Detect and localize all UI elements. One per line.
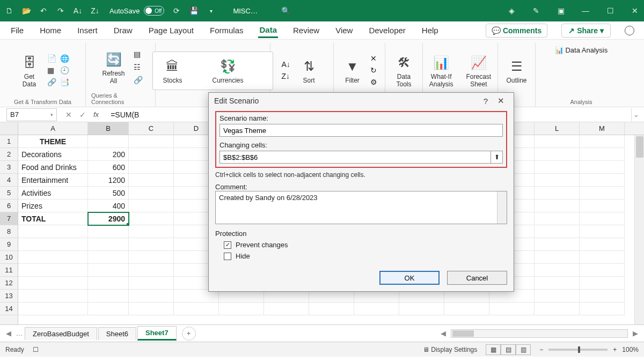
cell[interactable] xyxy=(535,174,580,187)
diamond-icon[interactable]: ◈ xyxy=(507,6,516,16)
cell[interactable]: 200 xyxy=(88,148,129,161)
save-icon[interactable]: 💾 xyxy=(189,6,199,16)
cancel-button[interactable]: Cancel xyxy=(447,271,507,285)
row-header[interactable]: 11 xyxy=(0,264,18,277)
zoom-slider[interactable] xyxy=(548,349,608,351)
cell[interactable] xyxy=(129,135,174,148)
data-analysis-button[interactable]: 📊 Data Analysis xyxy=(555,46,608,54)
cell[interactable] xyxy=(129,225,174,238)
cell[interactable] xyxy=(535,161,580,174)
cell[interactable] xyxy=(535,225,580,238)
cell[interactable]: 1200 xyxy=(88,174,129,187)
cell[interactable] xyxy=(129,200,174,212)
row-header[interactable]: 9 xyxy=(0,238,18,251)
cell[interactable]: Food and Drinks xyxy=(18,161,88,174)
view-normal-icon[interactable]: ▦ xyxy=(486,344,501,355)
cell[interactable] xyxy=(489,302,535,315)
col-header[interactable]: M xyxy=(580,122,625,135)
comment-input[interactable]: Created by Sandy on 6/28/2023 xyxy=(215,191,507,224)
cell[interactable]: Entertainment xyxy=(18,174,88,187)
comments-button[interactable]: 💬 Comments xyxy=(486,24,547,38)
tab-draw[interactable]: Draw xyxy=(113,24,134,37)
cell[interactable] xyxy=(129,212,174,225)
cell[interactable] xyxy=(580,264,625,277)
cell[interactable] xyxy=(129,238,174,251)
filter-button[interactable]: ▼Filter xyxy=(339,55,366,86)
cell[interactable] xyxy=(580,238,625,251)
formula-expand-icon[interactable]: ⌄ xyxy=(631,108,641,121)
view-page-layout-icon[interactable]: ▤ xyxy=(501,344,516,355)
cell[interactable] xyxy=(18,238,88,251)
get-data-button[interactable]: 🗄Get Data xyxy=(16,51,43,90)
vertical-scrollbar[interactable] xyxy=(634,135,644,324)
cell[interactable] xyxy=(88,251,129,264)
cell[interactable] xyxy=(174,302,219,315)
cell[interactable]: Activities xyxy=(18,187,88,200)
col-header[interactable]: B xyxy=(88,122,129,135)
tab-page-layout[interactable]: Page Layout xyxy=(148,24,195,37)
zoom-level[interactable]: 100% xyxy=(622,346,639,353)
enter-formula-icon[interactable]: ✓ xyxy=(79,110,86,119)
from-text-icon[interactable]: 📄 xyxy=(47,54,57,64)
cell[interactable] xyxy=(580,212,625,225)
tab-home[interactable]: Home xyxy=(39,24,62,37)
cell[interactable] xyxy=(129,251,174,264)
cell[interactable] xyxy=(129,290,174,302)
tab-insert[interactable]: Insert xyxy=(76,24,99,37)
advanced-icon[interactable]: ⚙ xyxy=(370,78,380,87)
cell[interactable] xyxy=(18,251,88,264)
cell[interactable]: TOTAL xyxy=(18,212,88,225)
cell[interactable] xyxy=(580,135,625,148)
share-button[interactable]: ↗ Share ▾ xyxy=(561,24,611,38)
add-sheet-button[interactable]: + xyxy=(182,327,196,341)
sort-az-icon[interactable]: A↓ xyxy=(282,60,291,70)
row-header[interactable]: 13 xyxy=(0,290,18,302)
row-header[interactable]: 6 xyxy=(0,200,18,212)
search-icon[interactable]: 🔍 xyxy=(281,6,291,16)
data-tools-button[interactable]: 🛠Data Tools xyxy=(391,51,418,90)
cell[interactable]: 2900 xyxy=(88,212,129,225)
sort-button[interactable]: ⇅Sort xyxy=(296,55,323,86)
hscroll-left-icon[interactable]: ◀ xyxy=(438,329,449,337)
prevent-changes-checkbox[interactable]: ✓Prevent changes xyxy=(224,241,507,249)
cell[interactable] xyxy=(18,290,88,302)
row-header[interactable]: 5 xyxy=(0,187,18,200)
window-icon[interactable]: ▣ xyxy=(556,6,566,16)
cell[interactable] xyxy=(535,251,580,264)
row-header[interactable]: 1 xyxy=(0,135,18,148)
cell[interactable] xyxy=(219,302,264,315)
row-header[interactable]: 12 xyxy=(0,277,18,290)
brush-icon[interactable]: ✎ xyxy=(531,6,541,16)
cell[interactable] xyxy=(535,187,580,200)
col-header[interactable]: L xyxy=(535,122,580,135)
cell[interactable] xyxy=(535,302,580,315)
cell[interactable] xyxy=(580,187,625,200)
from-table-icon[interactable]: ▦ xyxy=(47,66,57,76)
properties-icon[interactable]: ☷ xyxy=(134,63,143,72)
cell[interactable] xyxy=(88,135,129,148)
cell[interactable] xyxy=(88,302,129,315)
stocks-button[interactable]: 🏛Stocks xyxy=(158,55,186,86)
cell[interactable] xyxy=(580,225,625,238)
tab-view[interactable]: View xyxy=(334,24,354,37)
cell[interactable] xyxy=(18,264,88,277)
cell[interactable] xyxy=(580,302,625,315)
cell[interactable] xyxy=(535,238,580,251)
from-web-icon[interactable]: 🌐 xyxy=(60,54,70,64)
maximize-icon[interactable]: ☐ xyxy=(605,6,615,16)
cell[interactable] xyxy=(129,277,174,290)
cell[interactable] xyxy=(535,277,580,290)
tab-help[interactable]: Help xyxy=(421,24,440,37)
tab-review[interactable]: Review xyxy=(292,24,320,37)
cell[interactable] xyxy=(535,200,580,212)
row-header[interactable]: 2 xyxy=(0,148,18,161)
cell[interactable] xyxy=(535,212,580,225)
zoom-in-button[interactable]: + xyxy=(613,346,617,353)
ok-button[interactable]: OK xyxy=(379,271,440,285)
get-more-icon[interactable]: 📑 xyxy=(60,78,70,87)
cell[interactable] xyxy=(264,302,309,315)
outline-button[interactable]: ☰Outline xyxy=(502,55,531,86)
row-header[interactable]: 4 xyxy=(0,174,18,187)
cell[interactable] xyxy=(88,238,129,251)
cell[interactable] xyxy=(535,264,580,277)
